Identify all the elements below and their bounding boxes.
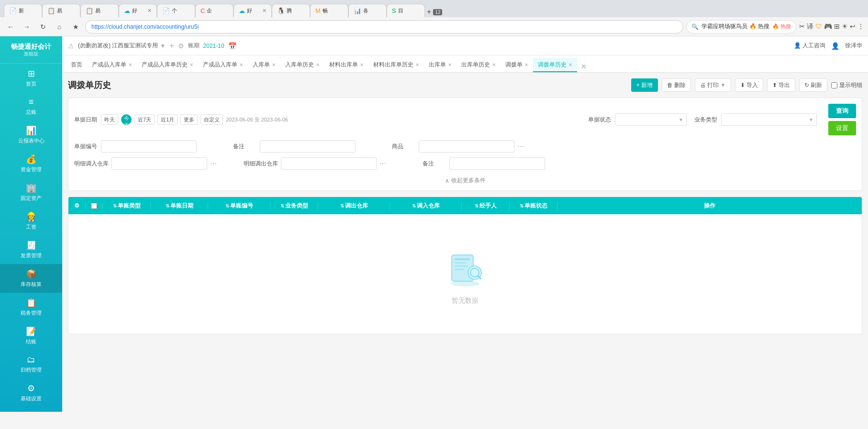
select-all-checkbox[interactable] bbox=[91, 203, 97, 209]
page-tab-9[interactable]: 出库单历史 ✕ bbox=[456, 58, 501, 72]
th-gear[interactable]: ⚙ bbox=[68, 202, 86, 209]
delete-btn[interactable]: 🗑 删除 bbox=[662, 78, 691, 92]
detail-out-input[interactable] bbox=[281, 157, 377, 170]
cut-icon[interactable]: ✂ bbox=[799, 22, 805, 31]
browser-tab-2[interactable]: 📋 易 bbox=[42, 4, 80, 17]
th-status[interactable]: ⇅ 单账状态 bbox=[510, 202, 557, 210]
page-tab-2-close[interactable]: ✕ bbox=[189, 62, 193, 67]
sidebar-item-reports[interactable]: 📊 云报表中心 bbox=[0, 121, 62, 149]
page-tab-8-close[interactable]: ✕ bbox=[448, 62, 452, 67]
browser-tab-9[interactable]: M 畅 bbox=[310, 4, 348, 17]
browser-tab-7[interactable]: ☁ 好 ✕ bbox=[234, 4, 272, 17]
page-tab-8[interactable]: 出库单 ✕ bbox=[424, 58, 456, 72]
th-date[interactable]: ⇅ 单账日期 bbox=[151, 202, 208, 210]
undo-icon[interactable]: ↩ bbox=[850, 22, 856, 31]
forward-btn[interactable]: → bbox=[20, 20, 33, 33]
detail-in-more-btn[interactable]: ⋯ bbox=[210, 160, 217, 167]
detail-in-input[interactable] bbox=[111, 157, 207, 170]
bookmark-btn[interactable]: ★ bbox=[69, 20, 82, 33]
browser-tab-4-close[interactable]: ✕ bbox=[147, 8, 152, 14]
th-in[interactable]: ⇅ 调入仓库 bbox=[390, 202, 462, 210]
game-icon[interactable]: 🎮 bbox=[824, 22, 832, 31]
page-tab-6[interactable]: 材料出库单 ✕ bbox=[324, 58, 368, 72]
sidebar-item-assets[interactable]: 🏢 固定资产 bbox=[0, 178, 62, 207]
date-7days-btn[interactable]: 近7天 bbox=[134, 114, 155, 125]
show-fields-toggle[interactable]: 显示明细 bbox=[831, 81, 862, 89]
print-btn[interactable]: 🖨 打印 ▼ bbox=[695, 78, 731, 92]
refresh-btn[interactable]: ↻ 刷新 bbox=[799, 78, 827, 92]
page-tab-3[interactable]: 产成品入库单 ✕ bbox=[198, 58, 248, 72]
date-1month-btn[interactable]: 近1月 bbox=[157, 114, 178, 125]
date-yesterday-btn[interactable]: 昨天 bbox=[101, 114, 118, 125]
brightness-icon[interactable]: ☀ bbox=[842, 22, 848, 31]
calendar-icon[interactable]: 📅 bbox=[228, 42, 236, 50]
page-tab-9-close[interactable]: ✕ bbox=[492, 62, 496, 67]
remark2-input[interactable] bbox=[449, 157, 545, 170]
browser-tab-4[interactable]: ☁ 好 ✕ bbox=[119, 4, 157, 17]
sidebar-item-ledger[interactable]: ≡ 总账 bbox=[0, 92, 62, 121]
page-tab-7-close[interactable]: ✕ bbox=[415, 62, 419, 67]
shield-icon[interactable]: 🛡 bbox=[815, 22, 822, 31]
th-checkbox[interactable] bbox=[86, 203, 103, 209]
close-all-tabs-btn[interactable]: ✕ bbox=[579, 61, 589, 72]
remark-input[interactable] bbox=[260, 140, 356, 153]
page-tab-3-close[interactable]: ✕ bbox=[239, 62, 243, 67]
page-tab-2[interactable]: 产成品入库单历史 ✕ bbox=[137, 58, 198, 72]
page-tab-10[interactable]: 调拨单 ✕ bbox=[501, 58, 533, 72]
sidebar-item-closing[interactable]: 📝 结账 bbox=[0, 321, 62, 350]
page-tab-11[interactable]: 调拨单历史 ✕ bbox=[533, 58, 577, 72]
biz-type-select[interactable]: ▼ bbox=[721, 113, 817, 126]
page-tab-1[interactable]: 产成品入库单 ✕ bbox=[87, 58, 137, 72]
page-tab-6-close[interactable]: ✕ bbox=[360, 62, 364, 67]
browser-tab-1[interactable]: 📄 新 bbox=[4, 4, 42, 17]
th-biz[interactable]: ⇅ 业务类型 bbox=[270, 202, 318, 210]
page-tab-1-close[interactable]: ✕ bbox=[128, 62, 132, 67]
import-btn[interactable]: ⬇ 导入 bbox=[735, 78, 763, 92]
page-tab-home[interactable]: 首页 bbox=[66, 58, 87, 72]
translate-icon[interactable]: 译 bbox=[807, 22, 813, 31]
back-btn[interactable]: ← bbox=[4, 20, 17, 33]
detail-out-more-btn[interactable]: ⋯ bbox=[379, 160, 386, 167]
goods-more-btn[interactable]: ⋯ bbox=[517, 143, 524, 150]
date-today-btn[interactable]: 今天 bbox=[121, 114, 132, 125]
browser-tab-6[interactable]: C 企 bbox=[195, 4, 234, 17]
more-nav-icon[interactable]: ⋮ bbox=[857, 22, 864, 31]
page-tab-5[interactable]: 入库单历史 ✕ bbox=[280, 58, 324, 72]
page-tab-4[interactable]: 入库单 ✕ bbox=[248, 58, 280, 72]
show-fields-checkbox[interactable] bbox=[831, 82, 837, 88]
add-btn[interactable]: + 新增 bbox=[631, 78, 658, 92]
new-tab-btn[interactable]: + bbox=[427, 8, 431, 16]
address-bar[interactable] bbox=[85, 20, 683, 33]
th-out[interactable]: ⇅ 调出仓库 bbox=[318, 202, 390, 210]
date-custom-btn[interactable]: 自定义 bbox=[200, 114, 223, 125]
sidebar-item-invoice[interactable]: 🧾 发票管理 bbox=[0, 235, 62, 264]
status-select[interactable]: ▼ bbox=[615, 113, 687, 126]
export-btn[interactable]: ⬆ 导出 bbox=[767, 78, 795, 92]
sidebar-item-home[interactable]: ⊞ 首页 bbox=[0, 64, 62, 92]
browser-tab-5[interactable]: 📄 个 bbox=[157, 4, 195, 17]
page-tab-7[interactable]: 材料出库单历史 ✕ bbox=[368, 58, 424, 72]
add-company-btn[interactable]: + bbox=[169, 42, 174, 50]
grid-icon[interactable]: ⊞ bbox=[834, 22, 840, 31]
sidebar-item-inventory[interactable]: 📦 库存核算 bbox=[0, 264, 62, 293]
sidebar-item-archive[interactable]: 🗂 归档管理 bbox=[0, 350, 62, 378]
sidebar-item-finance[interactable]: 💰 资金管理 bbox=[0, 149, 62, 178]
page-tab-11-close[interactable]: ✕ bbox=[568, 62, 572, 67]
goods-input[interactable] bbox=[419, 140, 514, 153]
browser-tab-10[interactable]: 📊 各 bbox=[348, 4, 387, 17]
settings-gear-icon[interactable]: ⚙ bbox=[178, 42, 184, 50]
sidebar-item-payroll[interactable]: 👷 工资 bbox=[0, 207, 62, 235]
page-tab-10-close[interactable]: ✕ bbox=[524, 62, 528, 67]
th-no[interactable]: ⇅ 单账编号 bbox=[208, 202, 270, 210]
collapse-btn[interactable]: ∧ 收起更多条件 bbox=[445, 176, 486, 185]
page-tab-5-close[interactable]: ✕ bbox=[316, 62, 320, 67]
browser-tab-7-close[interactable]: ✕ bbox=[262, 8, 267, 14]
company-selector[interactable]: (勿删勿篡改) 江西服宝测试专用 ▼ bbox=[78, 42, 166, 50]
home-btn[interactable]: ⌂ bbox=[53, 20, 66, 33]
page-tab-4-close[interactable]: ✕ bbox=[272, 62, 276, 67]
period-value[interactable]: 2021-10 bbox=[203, 43, 224, 49]
date-more-btn[interactable]: 更多 bbox=[180, 114, 198, 125]
th-type[interactable]: ⇅ 单账类型 bbox=[103, 202, 151, 210]
browser-tab-3[interactable]: 📋 易 bbox=[80, 4, 119, 17]
sidebar-item-guide[interactable]: 📖 新手引导 bbox=[0, 407, 62, 412]
